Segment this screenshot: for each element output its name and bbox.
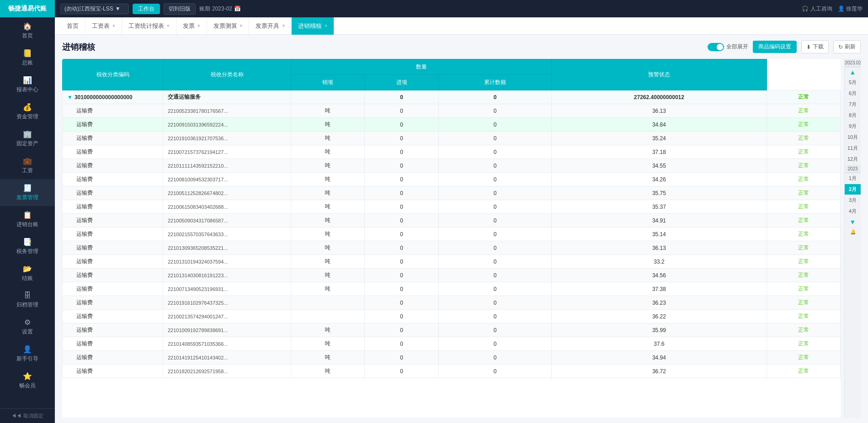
cal-month-8[interactable]: 8月 <box>845 110 861 121</box>
table-row[interactable]: 运输费22100523381780176567...吨0036.13正常 <box>63 104 841 118</box>
cell-status: 正常 <box>767 255 840 269</box>
tab-home[interactable]: 首页 <box>60 17 85 35</box>
table-row[interactable]: 运输费22100511252826674802...吨0035.75正常 <box>63 186 841 200</box>
cal-month-5[interactable]: 5月 <box>845 77 861 88</box>
cell-tax-code: 运输费 <box>63 310 163 323</box>
table-row[interactable]: 运输费22101314030816191223...吨0034.56正常 <box>63 269 841 282</box>
sidebar-item-label: 设置 <box>22 328 33 336</box>
tab-invoice-check[interactable]: 发票测算 × <box>207 17 250 35</box>
sidebar-item-salary[interactable]: 💼 工资 <box>0 152 55 179</box>
cal-month-11[interactable]: 11月 <box>845 143 861 154</box>
cell-status: 正常 <box>767 200 840 214</box>
report-icon: 📊 <box>23 76 32 85</box>
tab-invoice-check-label: 发票测算 <box>213 22 237 30</box>
table-row[interactable]: 运输费22101408593571035366...吨0037.6正常 <box>63 337 841 351</box>
settings-icon: ⚙ <box>24 318 31 327</box>
tab-salary-stat-label: 工资统计报表 <box>128 22 164 30</box>
sidebar-item-guide[interactable]: 👤 新手引导 <box>0 340 55 367</box>
cell-cumulative: 35.24 <box>552 132 767 145</box>
table-row[interactable]: 运输费22100721573762194127...吨0037.18正常 <box>63 145 841 159</box>
cal-month-6[interactable]: 6月 <box>845 88 861 99</box>
sidebar-item-tax[interactable]: 📑 税务管理 <box>0 233 55 260</box>
refresh-button[interactable]: ↻ 刷新 <box>833 40 861 53</box>
cal-month-9[interactable]: 9月 <box>845 121 861 132</box>
table-row[interactable]: 运输费22100915031396592224...吨0034.84正常 <box>63 118 841 132</box>
sidebar-item-member[interactable]: ⭐ 畅会员 <box>0 367 55 394</box>
cell-purchase: 0 <box>438 173 551 186</box>
cell-unit: 吨 <box>291 104 365 118</box>
table-row[interactable]: 运输费22101009192789838691...吨0035.99正常 <box>63 323 841 337</box>
user-info[interactable]: 👤 徐莲华 <box>838 5 863 13</box>
table-row[interactable]: 运输费22101820212692571958...吨0036.72正常 <box>63 365 841 378</box>
sidebar-item-label: 工资 <box>22 167 33 174</box>
company-selector[interactable]: (勿动)江西报宝-LSS ▼ <box>60 4 129 14</box>
sidebar-item-report[interactable]: 📊 报表中心 <box>0 71 55 98</box>
cell-cumulative: 36.13 <box>552 241 767 255</box>
commodity-settings-button[interactable]: 商品编码设置 <box>753 41 797 53</box>
sidebar-item-settle[interactable]: 📂 结账 <box>0 260 55 287</box>
cal-month-1[interactable]: 1月 <box>845 173 861 184</box>
sidebar-item-archive[interactable]: 🗄 归档管理 <box>0 287 55 313</box>
tab-salary-table[interactable]: 工资表 × <box>85 17 122 35</box>
cal-up-nav[interactable]: ▲ <box>845 67 861 77</box>
tab-close-invoice-open[interactable]: × <box>282 23 285 28</box>
table-row[interactable]: ▼3010000000000000000交通运输服务0027262.400000… <box>63 90 841 104</box>
workbench-button[interactable]: 工作台 <box>133 4 160 14</box>
table-row[interactable]: 运输费22101419125410143402...吨0034.94正常 <box>63 351 841 365</box>
tab-sales-check[interactable]: 进销稽核 × <box>292 17 334 35</box>
cell-tax-code: 运输费 <box>63 337 163 351</box>
sidebar-item-invoice[interactable]: 🧾 发票管理 <box>0 179 55 206</box>
tab-close-salary-table[interactable]: × <box>112 23 115 28</box>
table-row[interactable]: 运输费22101310194324037594...吨0033.2正常 <box>63 255 841 269</box>
sidebar-unpin-button[interactable]: ◀◀ 取消固定 <box>0 408 55 423</box>
expand-label: 全部展开 <box>726 43 748 51</box>
tab-invoice-mgr[interactable]: 发票 × <box>176 17 207 35</box>
page-header: 进销稽核 全部展开 商品编码设置 ⬇ 下载 ↻ 刷新 <box>62 40 861 53</box>
cell-unit: 吨 <box>291 337 365 351</box>
cal-month-10[interactable]: 10月 <box>845 132 861 143</box>
sidebar-item-settings[interactable]: ⚙ 设置 <box>0 313 55 340</box>
cell-unit <box>291 296 365 310</box>
sidebar-item-home[interactable]: 🏠 首页 <box>0 17 55 44</box>
support-button[interactable]: 🎧 人工咨询 <box>802 5 832 13</box>
cell-tax-name: 22101309365208535221... <box>163 241 291 255</box>
table-row[interactable]: 运输费22101910361921707536...吨0035.24正常 <box>63 132 841 145</box>
sidebar-item-ledger[interactable]: 📒 总账 <box>0 44 55 71</box>
table-row[interactable]: 运输费22100713490523196931...吨0037.38正常 <box>63 282 841 296</box>
tab-invoice-open[interactable]: 发票开具 × <box>249 17 292 35</box>
tab-close-invoice-mgr[interactable]: × <box>197 23 200 28</box>
cal-month-7[interactable]: 7月 <box>845 99 861 110</box>
cell-purchase: 0 <box>438 337 551 351</box>
table-row[interactable]: 运输费22101916102976437325...0036.23正常 <box>63 296 841 310</box>
cal-month-12[interactable]: 12月 <box>845 154 861 165</box>
cal-down-nav[interactable]: ▼ <box>845 217 861 227</box>
cell-sales: 0 <box>365 173 438 186</box>
sidebar-item-asset[interactable]: 🏢 固定资产 <box>0 125 55 152</box>
table-row[interactable]: 运输费22100810094532303717...吨0034.26正常 <box>63 173 841 186</box>
download-button[interactable]: ⬇ 下载 <box>801 40 829 53</box>
cal-month-3[interactable]: 3月 <box>845 195 861 206</box>
expand-toggle[interactable] <box>708 43 724 51</box>
table-row[interactable]: 运输费22100509034317086587...吨0034.91正常 <box>63 214 841 227</box>
table-row[interactable]: 运输费22100213574294001247...0036.22正常 <box>63 310 841 323</box>
table-row[interactable]: 运输费22101111143592152210...吨0034.55正常 <box>63 159 841 173</box>
tab-close-invoice-check[interactable]: × <box>240 23 243 28</box>
sidebar-item-sales[interactable]: 📋 进销台账 <box>0 206 55 233</box>
cal-month-4[interactable]: 4月 <box>845 206 861 217</box>
switch-version-button[interactable]: 切到旧版 <box>164 3 196 15</box>
tab-close-sales-check[interactable]: × <box>325 23 327 28</box>
cell-cumulative: 36.23 <box>552 296 767 310</box>
tab-salary-stat[interactable]: 工资统计报表 × <box>122 17 176 35</box>
sidebar-item-fund[interactable]: 💰 资金管理 <box>0 98 55 125</box>
cal-month-2[interactable]: 2月 <box>845 184 861 195</box>
table-row[interactable]: 运输费22101309365208535221...吨0036.13正常 <box>63 241 841 255</box>
cell-purchase: 0 <box>438 227 551 241</box>
cell-tax-name: 22100713490523196931... <box>163 282 291 296</box>
cell-cumulative: 34.84 <box>552 118 767 132</box>
cell-tax-code: 运输费 <box>63 200 163 214</box>
asset-icon: 🏢 <box>23 130 32 138</box>
calendar-icon[interactable]: 📅 <box>234 5 241 12</box>
table-row[interactable]: 运输费22100615083403402688...吨0035.37正常 <box>63 200 841 214</box>
table-row[interactable]: 运输费22100215570357643633...吨0035.14正常 <box>63 227 841 241</box>
tab-close-salary-stat[interactable]: × <box>167 23 170 28</box>
